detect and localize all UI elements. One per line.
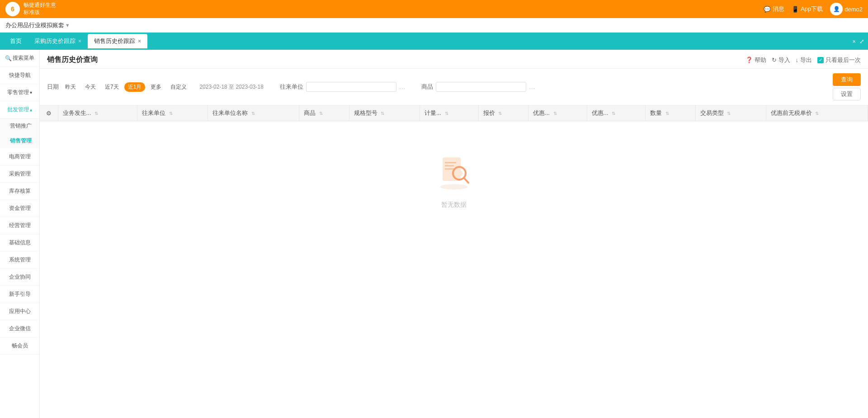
data-table: ⚙ 业务发生... ⇅ 往来单位 ⇅ 往来单位名称 ⇅ <box>40 105 868 121</box>
content-area: 销售历史价查询 ❓ 帮助 ↻ 导入 ↓ 导出 ✓ 只看最后一次 <box>40 50 868 418</box>
sidebar-item-shortcut[interactable]: 快捷导航 <box>0 67 39 84</box>
table-container: ⚙ 业务发生... ⇅ 往来单位 ⇅ 往来单位名称 ⇅ <box>40 105 868 418</box>
tab-close-sales[interactable]: × <box>138 38 141 44</box>
column-price[interactable]: 报价 ⇅ <box>478 105 528 121</box>
custom-option[interactable]: 自定义 <box>167 82 190 92</box>
import-btn[interactable]: ↻ 导入 <box>772 56 790 64</box>
column-partner-name[interactable]: 往来单位名称 ⇅ <box>208 105 299 121</box>
help-icon: ❓ <box>745 57 753 63</box>
column-goods[interactable]: 商品 ⇅ <box>299 105 349 121</box>
export-icon: ↓ <box>796 57 799 63</box>
sidebar-item-purchase[interactable]: 采购管理 <box>0 166 39 183</box>
column-partner-code[interactable]: 往来单位 ⇅ <box>137 105 208 121</box>
more-option[interactable]: 更多 <box>147 82 165 92</box>
date-filter-label: 日期 <box>47 83 59 91</box>
avatar: 👤 <box>830 3 843 15</box>
sidebar-item-newbie[interactable]: 新手引导 <box>0 286 39 303</box>
svg-point-0 <box>440 184 467 190</box>
goods-filter-group: 商品 ... <box>421 82 535 92</box>
goods-input[interactable] <box>436 82 526 92</box>
sidebar-item-apps[interactable]: 应用中心 <box>0 303 39 320</box>
query-button[interactable]: 查询 <box>833 73 861 86</box>
sort-icon: ⇅ <box>553 111 557 116</box>
column-trade-type[interactable]: 交易类型 ⇅ <box>695 105 766 121</box>
sidebar-item-sales[interactable]: 销售管理 <box>0 133 39 148</box>
sidebar-item-basic[interactable]: 基础信息 <box>0 234 39 252</box>
column-unit[interactable]: 计量... ⇅ <box>420 105 479 121</box>
yesterday-option[interactable]: 昨天 <box>61 82 80 92</box>
sidebar-item-marketing[interactable]: 营销推广 <box>0 119 39 133</box>
empty-text: 暂无数据 <box>441 201 467 209</box>
tabs-bar-right: × ⤢ <box>852 38 864 45</box>
tab-sales-history[interactable]: 销售历史价跟踪 × <box>88 34 147 48</box>
export-btn[interactable]: ↓ 导出 <box>796 56 812 64</box>
column-discount1[interactable]: 优惠... ⇅ <box>528 105 587 121</box>
tab-close-purchase[interactable]: × <box>78 38 81 44</box>
sort-icon: ⇅ <box>169 111 173 116</box>
sidebar-item-wechat[interactable]: 企业微信 <box>0 320 39 337</box>
message-btn[interactable]: 💬 消息 <box>764 5 784 13</box>
tab-home[interactable]: 首页 <box>4 34 28 48</box>
sort-icon: ⇅ <box>319 111 323 116</box>
sidebar-item-enterprise[interactable]: 企业协同 <box>0 269 39 286</box>
goods-dots[interactable]: ... <box>529 83 535 91</box>
sort-icon: ⇅ <box>727 111 731 116</box>
sidebar-item-member[interactable]: 畅会员 <box>0 337 39 355</box>
sidebar-item-operations[interactable]: 经营管理 <box>0 217 39 234</box>
sidebar-item-inventory[interactable]: 库存核算 <box>0 183 39 200</box>
help-btn[interactable]: ❓ 帮助 <box>745 56 766 64</box>
sidebar-item-ecommerce[interactable]: 电商管理 <box>0 148 39 166</box>
sort-icon: ⇅ <box>815 111 819 116</box>
partner-filter-group: 往来单位 ... <box>280 82 405 92</box>
empty-illustration <box>431 148 476 194</box>
sidebar: 🔍 搜索菜单 快捷导航 零售管理 ▾ 批发管理 ▴ 营销推广 销售管理 电商管理… <box>0 50 40 418</box>
goods-label: 商品 <box>421 83 433 91</box>
user-profile[interactable]: 👤 demo2 <box>830 3 863 15</box>
sort-icon: ⇅ <box>612 111 615 116</box>
column-pre-tax[interactable]: 优惠前无税单价 ⇅ <box>766 105 868 121</box>
sidebar-item-search[interactable]: 🔍 搜索菜单 <box>0 50 39 67</box>
column-discount2[interactable]: 优惠... ⇅ <box>587 105 646 121</box>
account-selector[interactable]: 办公用品行业模拟账套 ▾ <box>5 21 69 29</box>
topbar-right: 💬 消息 📱 App下载 👤 demo2 <box>764 3 863 15</box>
sort-icon: ⇅ <box>498 111 502 116</box>
sidebar-item-finance[interactable]: 资金管理 <box>0 200 39 217</box>
date-filter-group: 日期 昨天 今天 近7天 近1月 更多 自定义 <box>47 82 190 92</box>
tab-purchase-history[interactable]: 采购历史价跟踪 × <box>28 34 88 48</box>
page-title: 销售历史价查询 <box>47 55 98 65</box>
sort-icon: ⇅ <box>251 111 255 116</box>
chevron-up-icon: ▴ <box>30 107 32 112</box>
column-spec[interactable]: 规格型号 ⇅ <box>349 105 420 121</box>
close-window-btn[interactable]: × <box>852 38 856 45</box>
last1month-option[interactable]: 近1月 <box>124 82 146 92</box>
only-last-checkbox-group: ✓ 只看最后一次 <box>817 56 861 64</box>
sidebar-item-system[interactable]: 系统管理 <box>0 252 39 269</box>
partner-label: 往来单位 <box>280 83 303 91</box>
sidebar-item-retail[interactable]: 零售管理 ▾ <box>0 84 39 101</box>
column-gear[interactable]: ⚙ <box>40 105 58 121</box>
column-business-date[interactable]: 业务发生... ⇅ <box>58 105 137 121</box>
settings-button[interactable]: 设置 <box>833 88 861 100</box>
today-option[interactable]: 今天 <box>81 82 99 92</box>
empty-state: 暂无数据 <box>40 121 868 236</box>
partner-dots[interactable]: ... <box>399 83 405 91</box>
sort-icon: ⇅ <box>445 111 448 116</box>
column-qty[interactable]: 数量 ⇅ <box>646 105 695 121</box>
page-header: 销售历史价查询 ❓ 帮助 ↻ 导入 ↓ 导出 ✓ 只看最后一次 <box>40 50 868 69</box>
maximize-window-btn[interactable]: ⤢ <box>859 38 864 45</box>
dropdown-bar: 办公用品行业模拟账套 ▾ <box>0 18 868 33</box>
sidebar-item-wholesale[interactable]: 批发管理 ▴ <box>0 101 39 119</box>
only-last-checkbox[interactable]: ✓ <box>817 57 824 63</box>
table-header-row: ⚙ 业务发生... ⇅ 往来单位 ⇅ 往来单位名称 ⇅ <box>40 105 868 121</box>
topbar-left: 6 畅捷通好生意 标准版 <box>5 2 56 16</box>
logo-icon: 6 <box>5 2 20 16</box>
app-download-btn[interactable]: 📱 App下载 <box>792 5 823 13</box>
sort-icon: ⇅ <box>94 111 98 116</box>
svg-rect-2 <box>445 162 456 163</box>
date-options: 昨天 今天 近7天 近1月 更多 自定义 <box>61 82 190 92</box>
last7days-option[interactable]: 近7天 <box>101 82 123 92</box>
chevron-down-icon: ▾ <box>30 90 32 95</box>
tabs-bar: 首页 采购历史价跟踪 × 销售历史价跟踪 × × ⤢ <box>0 33 868 50</box>
main-layout: 🔍 搜索菜单 快捷导航 零售管理 ▾ 批发管理 ▴ 营销推广 销售管理 电商管理… <box>0 50 868 418</box>
partner-input[interactable] <box>306 82 396 92</box>
